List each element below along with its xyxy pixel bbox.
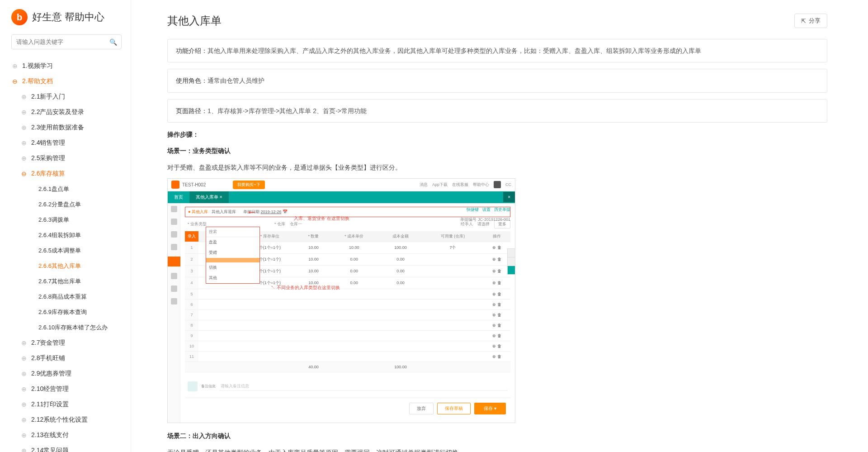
nav-label: 2.8手机旺铺 <box>31 354 65 362</box>
nav-2-14[interactable]: ⊕2.14常见问题 <box>20 443 122 452</box>
nav-2-6-3[interactable]: 2.6.3调拨单 <box>38 212 122 228</box>
ss-save-button[interactable]: 保存 ▾ <box>474 403 506 414</box>
ss-avatar-icon[interactable] <box>494 181 501 188</box>
table-row[interactable]: 9⊕ 🗑 <box>185 330 510 341</box>
ss-warehouse-value[interactable]: 仓库一 <box>290 221 302 227</box>
nav-label: 2.6.7其他出库单 <box>38 277 81 285</box>
ss-dd-item[interactable]: 受赠 <box>206 247 259 258</box>
ss-dd-search[interactable]: 搜索 <box>206 227 259 237</box>
nav-2-6-5[interactable]: 2.6.5成本调整单 <box>38 243 122 258</box>
ss-tab-current[interactable]: 其他入库单 × <box>189 191 229 203</box>
path-label: 页面路径： <box>176 107 208 114</box>
ss-topbar: TEST-H002 我要购买~下 消息 App下载 在线客服 帮助中心 CC <box>168 179 515 191</box>
ss-tab-home[interactable]: 首页 <box>168 191 189 203</box>
search-icon[interactable]: 🔍 <box>109 38 117 46</box>
ss-nav-icon[interactable] <box>171 206 177 212</box>
ss-dd-item[interactable]: 其他 <box>206 273 259 283</box>
ss-nav-icon[interactable] <box>171 231 177 238</box>
steps-title: 操作步骤： <box>167 131 827 139</box>
table-sum-row: 40.00100.00 <box>185 362 510 372</box>
ss-link-help[interactable]: 帮助中心 <box>473 182 489 188</box>
ss-username: CC <box>505 182 511 187</box>
share-button[interactable]: ⇱分享 <box>794 14 827 28</box>
ss-doc-label: 单据编号 <box>460 217 476 222</box>
ss-annotation-2: ↖ 不同业务的入库类型在这里切换 <box>271 285 340 291</box>
plus-icon: ⊕ <box>20 139 28 147</box>
nav-2-6-8[interactable]: 2.6.8商品成本重算 <box>38 289 122 305</box>
nav-2-10[interactable]: ⊕2.10经营管理 <box>20 381 122 397</box>
nav-2-1[interactable]: ⊕2.1新手入门 <box>20 89 122 105</box>
th: * 成本单价 <box>329 231 378 242</box>
plus-icon: ⊕ <box>11 62 19 70</box>
nav-2-8[interactable]: ⊕2.8手机旺铺 <box>20 351 122 366</box>
ss-tool-icon[interactable] <box>507 257 515 266</box>
nav-2-4[interactable]: ⊕2.4销售管理 <box>20 135 122 151</box>
ss-warehouse-label: * 仓库 <box>274 221 285 227</box>
main-content: 其他入库单 ⇱分享 功能介绍：其他入库单用来处理除采购入库、产成品入库之外的其他… <box>131 0 854 452</box>
ss-date-value[interactable]: 2019-12-26 <box>260 209 281 214</box>
ss-remark-input[interactable]: 请输入备注信息 <box>219 382 508 391</box>
ss-tool-icon[interactable] <box>507 248 515 257</box>
nav-2-2[interactable]: ⊕2.2产品安装及登录 <box>20 105 122 120</box>
table-row[interactable]: 10⊕ 🗑 <box>185 341 510 351</box>
search-input[interactable] <box>11 34 122 49</box>
nav-label: 2.12系统个性化设置 <box>31 416 88 424</box>
nav-2-11[interactable]: ⊕2.11打印设置 <box>20 397 122 412</box>
nav-label: 2.6库存核算 <box>31 170 65 178</box>
ss-biztype-dropdown[interactable]: 搜索 盘盈 受赠 切换 其他 <box>206 227 260 284</box>
nav-label: 2.7资金管理 <box>31 339 65 347</box>
nav-2-7[interactable]: ⊕2.7资金管理 <box>20 335 122 351</box>
table-row[interactable]: 5⊕ 🗑 <box>185 289 510 299</box>
nav-label: 2.6.2分量盘点单 <box>38 200 81 209</box>
ss-buy-button[interactable]: 我要购买~下 <box>233 181 264 189</box>
plus-icon: ⊕ <box>20 155 28 162</box>
nav-2-6-9[interactable]: 2.6.9库存账本查询 <box>38 305 122 320</box>
nav-2-6-10[interactable]: 2.6.10库存账本错了怎么办 <box>38 320 122 335</box>
ss-link-msg[interactable]: 消息 <box>420 182 428 188</box>
ss-nav-icon[interactable] <box>171 244 177 250</box>
plus-icon: ⊕ <box>20 124 28 131</box>
table-row[interactable]: 6⊕ 🗑 <box>185 299 510 309</box>
nav-2-9[interactable]: ⊕2.9优惠券管理 <box>20 366 122 381</box>
share-label: 分享 <box>809 17 821 25</box>
ss-tab-close-icon[interactable]: × <box>503 192 515 202</box>
nav-2-6-2[interactable]: 2.6.2分量盘点单 <box>38 197 122 212</box>
nav-2-6-1[interactable]: 2.6.1盘点单 <box>38 181 122 197</box>
ss-nav-icon[interactable] <box>171 273 177 279</box>
table-row[interactable]: 11⊕ 🗑 <box>185 351 510 362</box>
minus-icon: ⊖ <box>20 170 28 177</box>
ss-dd-item[interactable]: 切换 <box>206 262 259 273</box>
nav-2-6-7[interactable]: 2.6.7其他出库单 <box>38 274 122 289</box>
nav-docs[interactable]: ⊖2.帮助文档 <box>11 74 122 89</box>
ss-cancel-button[interactable]: 放弃 <box>409 403 434 414</box>
ss-draft-button[interactable]: 保存草稿 <box>437 403 471 414</box>
table-row[interactable]: 7⊕ 🗑 <box>185 309 510 320</box>
ss-nav-icon[interactable] <box>171 219 177 225</box>
table-row[interactable]: 8⊕ 🗑 <box>185 320 510 330</box>
ss-dd-item[interactable]: 盘盈 <box>206 237 259 247</box>
plus-icon: ⊕ <box>20 339 28 347</box>
main-header: 其他入库单 ⇱分享 <box>167 14 827 28</box>
nav-2-6[interactable]: ⊖2.6库存核算 <box>20 166 122 181</box>
path-box: 页面路径：1、库存核算->库存管理->其他入库单 2、首页->常用功能 <box>167 99 827 123</box>
ss-nav-icon[interactable] <box>171 298 177 305</box>
nav-2-3[interactable]: ⊕2.3使用前数据准备 <box>20 120 122 135</box>
nav-label: 2.5采购管理 <box>31 154 65 162</box>
nav-label: 2.6.5成本调整单 <box>38 247 81 255</box>
ss-type-row: ● 其他入库 其他入库退库 ⟵ 单据日期 2019-12-26 📅 入库、退货业… <box>185 207 510 217</box>
ss-link-app[interactable]: App下载 <box>432 182 448 188</box>
nav-2-5[interactable]: ⊕2.5采购管理 <box>20 151 122 166</box>
nav-2-13[interactable]: ⊕2.13在线支付 <box>20 428 122 443</box>
nav-2-6-6[interactable]: 2.6.6其他入库单 <box>38 258 122 274</box>
ss-tool-icon[interactable] <box>507 266 515 275</box>
th: 可用量 (仓库) <box>422 231 483 242</box>
nav-video[interactable]: ⊕1.视频学习 <box>11 58 122 74</box>
ss-radio-return[interactable]: 其他入库退库 <box>212 209 236 215</box>
ss-dd-item-active[interactable] <box>206 258 259 262</box>
ss-link-service[interactable]: 在线客服 <box>452 182 468 188</box>
ss-radio-in[interactable]: ● 其他入库 <box>188 209 208 215</box>
nav-2-12[interactable]: ⊕2.12系统个性化设置 <box>20 412 122 428</box>
nav-2-6-4[interactable]: 2.6.4组装拆卸单 <box>38 228 122 243</box>
ss-nav-icon-active[interactable] <box>168 257 180 266</box>
ss-nav-icon[interactable] <box>171 285 177 292</box>
